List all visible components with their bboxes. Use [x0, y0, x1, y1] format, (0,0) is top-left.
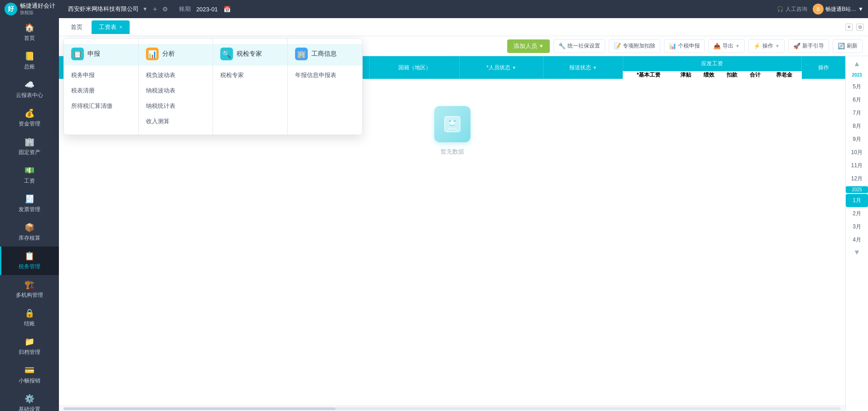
window-restore-button[interactable]: ⧉: [856, 24, 863, 31]
app-sub: 旗舰版: [20, 10, 55, 16]
logo-icon: 好: [5, 3, 17, 15]
export-button[interactable]: 📤 导出 ▼: [708, 39, 745, 53]
refresh-label: 刷新: [847, 42, 858, 50]
menu-item-tax-fluctuation[interactable]: 税负波动表: [139, 68, 213, 83]
sidebar-item-payroll[interactable]: 💵 工资: [0, 161, 59, 189]
menu-item-income-plan[interactable]: 收入测算: [139, 114, 213, 129]
sidebar-item-ledger[interactable]: 📒 总账: [0, 47, 59, 75]
sidebar-label-payroll: 工资: [24, 177, 35, 185]
tax-declare-icon: 📊: [669, 43, 676, 49]
operate-button[interactable]: ⚡ 操作 ▼: [748, 39, 785, 53]
user-menu[interactable]: B 畅捷通B站… ▼: [813, 4, 863, 15]
sidebar-item-home[interactable]: 🏠 首页: [0, 18, 59, 47]
window-close-button[interactable]: ✕: [845, 24, 853, 31]
company-dropdown-icon[interactable]: ▼: [142, 6, 148, 12]
inventory-icon: 📦: [24, 222, 34, 232]
sidebar-item-inventory[interactable]: 📦 库存核算: [0, 218, 59, 247]
th-allowance: 津贴: [674, 71, 697, 79]
cal-month-10[interactable]: 10月: [846, 146, 868, 159]
header-right: 🎧 人工咨询 B 畅捷通B站… ▼: [777, 4, 863, 15]
sidebar-item-asset[interactable]: 🏢 固定资产: [0, 132, 59, 161]
insurance-button[interactable]: 🔧 统一社保设置: [553, 39, 605, 53]
th-nationality: 国籍（地区）: [370, 56, 460, 79]
menu-item-annual-report[interactable]: 年报信息申报表: [288, 68, 363, 83]
tab-close-icon[interactable]: ×: [119, 24, 122, 30]
dropdown-section-analysis: 📊 分析 税负波动表 纳税波动表 纳税统计表 收入测算: [139, 39, 213, 135]
cal-month-9[interactable]: 9月: [846, 133, 868, 146]
special-deduction-icon: 📝: [614, 43, 621, 49]
company-name: 西安虾米网络科技有限公司: [68, 5, 139, 13]
invoice-icon: 🧾: [24, 194, 34, 204]
sidebar-label-fund: 资金管理: [19, 120, 40, 128]
asset-icon: 🏢: [24, 137, 34, 147]
special-deduction-label: 专项附加扣除: [623, 42, 655, 50]
company-add-icon[interactable]: ＋: [151, 5, 159, 14]
menu-item-tax-table[interactable]: 税表清册: [64, 83, 138, 98]
add-person-button[interactable]: 添加人员 ▼: [507, 39, 550, 53]
cal-month-4[interactable]: 4月: [846, 233, 868, 247]
sidebar-item-fund[interactable]: 💰 资金管理: [0, 104, 59, 132]
scroll-track[interactable]: [63, 407, 841, 410]
cal-prev-icon[interactable]: ▲: [852, 58, 863, 70]
home-icon: 🏠: [24, 23, 34, 33]
calendar-icon[interactable]: 📅: [223, 6, 231, 13]
sidebar-item-close[interactable]: 🔒 结账: [0, 304, 59, 332]
cal-next-icon[interactable]: ▼: [852, 247, 863, 258]
cloud-icon: ☁️: [24, 80, 34, 90]
cal-month-11[interactable]: 11月: [846, 159, 868, 172]
analysis-section-title: 分析: [162, 50, 175, 58]
sidebar-label-inventory: 库存核算: [19, 234, 40, 242]
sidebar-item-basic[interactable]: ⚙️ 基础设置: [0, 389, 59, 411]
export-icon: 📤: [713, 43, 721, 49]
cal-month-3[interactable]: 3月: [846, 220, 868, 233]
menu-item-income-calc[interactable]: 所得税汇算清缴: [64, 98, 138, 114]
tab-payroll[interactable]: 工资表 ×: [92, 20, 130, 34]
cal-month-2[interactable]: 2月: [846, 207, 868, 220]
menu-item-tax-declare[interactable]: 税务申报: [64, 68, 138, 83]
tax-declare-button[interactable]: 📊 个税申报: [664, 39, 705, 53]
content-area: 首页 工资表 × ✕ ⧉ 🔍 添加人员 ▼ 🔧: [59, 18, 868, 411]
add-person-arrow-icon: ▼: [539, 44, 543, 48]
scroll-thumb[interactable]: [63, 407, 335, 410]
service-label: 人工咨询: [786, 5, 807, 13]
ledger-icon: 📒: [24, 51, 34, 61]
th-pension: 养老金: [767, 71, 802, 79]
cal-month-7[interactable]: 7月: [846, 106, 868, 120]
sidebar-label-basic: 基础设置: [19, 406, 40, 411]
report-status-filter-icon[interactable]: ▼: [592, 65, 597, 70]
menu-item-tax-dynamic[interactable]: 纳税波动表: [139, 83, 213, 98]
menu-item-tax-stats[interactable]: 纳税统计表: [139, 98, 213, 114]
special-deduction-button[interactable]: 📝 专项附加扣除: [609, 39, 660, 53]
th-report-status[interactable]: 报送状态 ▼: [543, 56, 623, 79]
cal-month-5[interactable]: 5月: [846, 80, 868, 93]
cal-month-1[interactable]: 1月: [846, 194, 868, 207]
sidebar-item-tax[interactable]: 📋 税务管理: [0, 247, 59, 275]
dropdown-section-expert: 🔍 税检专家 税检专家: [213, 39, 288, 135]
cal-month-6[interactable]: 6月: [846, 93, 868, 106]
refresh-button[interactable]: 🔄 刷新: [833, 39, 863, 53]
sidebar-item-archive[interactable]: 📁 归档管理: [0, 332, 59, 361]
cal-month-8[interactable]: 8月: [846, 120, 868, 133]
menu-item-tax-expert[interactable]: 税检专家: [213, 68, 287, 83]
person-status-filter-icon[interactable]: ▼: [512, 65, 516, 70]
sidebar-item-cloud[interactable]: ☁️ 云报表中心: [0, 75, 59, 104]
operate-label: 操作: [762, 42, 773, 50]
company-gear-icon[interactable]: ⚙: [162, 5, 168, 13]
close-books-icon: 🔒: [24, 308, 34, 318]
sidebar-label-close: 结账: [24, 320, 35, 328]
cal-month-12[interactable]: 12月: [846, 172, 868, 185]
sidebar-item-xiao[interactable]: 💳 小畅报销: [0, 361, 59, 389]
th-person-status-label: *人员状态: [486, 64, 510, 71]
sidebar-label-multi: 多机构管理: [16, 291, 43, 299]
guide-button[interactable]: 🚀 新手引导: [788, 39, 829, 53]
tab-home[interactable]: 首页: [63, 20, 90, 34]
insurance-label: 统一社保设置: [567, 42, 600, 50]
th-person-status[interactable]: *人员状态 ▼: [460, 56, 543, 79]
dropdown-sections: 📋 申报 税务申报 税表清册 所得税汇算清缴 📊 分析 税负波动表: [64, 39, 362, 135]
main-layout: 🏠 首页 📒 总账 ☁️ 云报表中心 💰 资金管理 🏢 固定资产 💵 工资 🧾 …: [0, 18, 868, 411]
sidebar-item-multi[interactable]: 🏗️ 多机构管理: [0, 275, 59, 304]
add-person-label: 添加人员: [514, 42, 537, 50]
service-button[interactable]: 🎧 人工咨询: [777, 5, 807, 13]
sidebar-item-invoice[interactable]: 🧾 发票管理: [0, 189, 59, 218]
tab-payroll-label: 工资表: [99, 23, 116, 31]
